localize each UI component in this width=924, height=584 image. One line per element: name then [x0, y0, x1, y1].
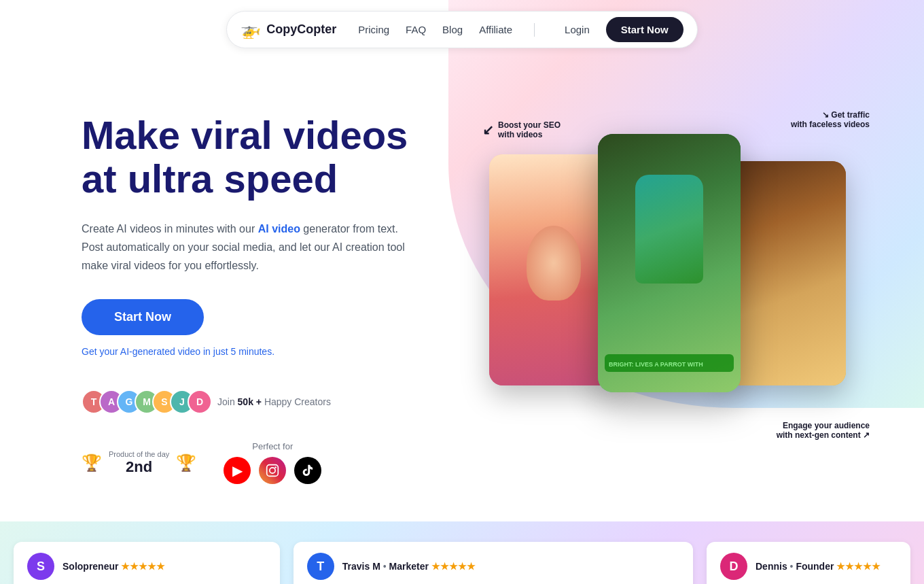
hero-title-line1: Make viral videos	[82, 113, 408, 157]
hero-title-line2: at ultra speed	[82, 156, 338, 201]
hero-subtext: Get your AI-generated video in just 5 mi…	[82, 346, 462, 357]
tcard-avatar-0: S	[27, 553, 54, 580]
social-proof-row: T A G M S J D Join 50k + Happy Creators …	[82, 390, 462, 484]
login-button[interactable]: Login	[556, 20, 598, 39]
nav-divider	[534, 23, 535, 37]
nav-pricing[interactable]: Pricing	[358, 24, 389, 35]
navbar: 🚁 CopyCopter Pricing FAQ Blog Affiliate …	[0, 0, 924, 59]
tcard-avatar-2: D	[720, 553, 747, 580]
avatar-group: T A G M S J D	[82, 390, 205, 414]
hero-right: ↙ Boost your SEOwith videos BRIGHT: LIVE…	[462, 100, 870, 494]
tcard-name-0: Solopreneur ★★★★★	[63, 561, 165, 572]
desc-link: AI video	[258, 223, 300, 235]
avatars-section: T A G M S J D Join 50k + Happy Creators	[82, 390, 331, 414]
testimonial-card-1: T Travis M • Marketer ★★★★★ They ship in…	[294, 542, 693, 584]
hero-description: Create AI videos in minutes with our AI …	[82, 220, 408, 275]
svg-point-1	[270, 468, 275, 473]
badge-rank: 2nd	[109, 458, 169, 476]
tcard-stars-1: ★★★★★	[431, 561, 476, 572]
nav-logo[interactable]: 🚁 CopyCopter	[241, 20, 336, 39]
arrow-seo: ↙	[482, 122, 494, 138]
phone-label: BRIGHT: LIVES A PARROT WITH	[609, 361, 703, 368]
tcard-name-1: Travis M • Marketer ★★★★★	[342, 561, 476, 572]
phone-card-center: BRIGHT: LIVES A PARROT WITH	[598, 134, 741, 392]
laurel-right: 🏆	[176, 453, 196, 473]
nav-container: 🚁 CopyCopter Pricing FAQ Blog Affiliate …	[226, 11, 698, 48]
tcard-stars-2: ★★★★★	[836, 561, 881, 572]
nav-actions: Login Start Now	[556, 17, 683, 42]
logo-icon: 🚁	[241, 20, 261, 39]
logo-text: CopyCopter	[266, 22, 336, 37]
laurel-left: 🏆	[82, 453, 102, 473]
instagram-icon[interactable]	[259, 457, 286, 484]
tcard-stars-0: ★★★★★	[121, 561, 165, 572]
badge-label: Product of the day	[109, 450, 169, 458]
hero-title: Make viral videos at ultra speed	[82, 114, 462, 201]
testimonial-card-0: S Solopreneur ★★★★★ best content convers…	[14, 542, 280, 584]
nav-faq[interactable]: FAQ	[406, 24, 426, 35]
annotation-traffic: ↘ Get trafficwith faceless videos	[791, 110, 870, 129]
avatar-7: D	[188, 390, 212, 414]
testimonials-section: S Solopreneur ★★★★★ best content convers…	[0, 521, 924, 584]
hero-section: Make viral videos at ultra speed Create …	[0, 59, 924, 521]
tiktok-icon[interactable]	[294, 457, 321, 484]
testimonials-track: S Solopreneur ★★★★★ best content convers…	[0, 542, 924, 584]
annotation-seo: ↙ Boost your SEOwith videos	[482, 120, 561, 139]
nav-links: Pricing FAQ Blog Affiliate	[358, 24, 512, 35]
youtube-icon[interactable]: ▶	[224, 457, 251, 484]
tcard-header-0: S Solopreneur ★★★★★	[27, 553, 266, 580]
hero-left: Make viral videos at ultra speed Create …	[82, 100, 462, 484]
nav-affiliate[interactable]: Affiliate	[479, 24, 512, 35]
tcard-header-1: T Travis M • Marketer ★★★★★	[307, 553, 679, 580]
social-icons: ▶	[224, 457, 321, 484]
start-now-nav-button[interactable]: Start Now	[606, 17, 683, 42]
annotation-engage: Engage your audiencewith next-gen conten…	[777, 421, 870, 440]
tcard-name-2: Dennis • Founder ★★★★★	[756, 561, 881, 572]
start-now-hero-button[interactable]: Start Now	[82, 299, 204, 335]
tcard-avatar-1: T	[307, 553, 334, 580]
desc-prefix: Create AI videos in minutes with our	[82, 223, 258, 235]
svg-point-2	[275, 466, 277, 468]
badge-text: Product of the day 2nd	[109, 450, 169, 476]
nav-blog[interactable]: Blog	[442, 24, 463, 35]
join-text: Join 50k + Happy Creators	[217, 396, 331, 407]
product-badge: 🏆 Product of the day 2nd 🏆	[82, 450, 196, 476]
svg-rect-0	[267, 465, 279, 477]
perfect-for: Perfect for ▶	[224, 441, 321, 484]
perfect-for-label: Perfect for	[252, 441, 293, 451]
testimonial-card-2: D Dennis • Founder ★★★★★ 🤩	[707, 542, 910, 584]
tcard-header-2: D Dennis • Founder ★★★★★	[720, 553, 897, 580]
